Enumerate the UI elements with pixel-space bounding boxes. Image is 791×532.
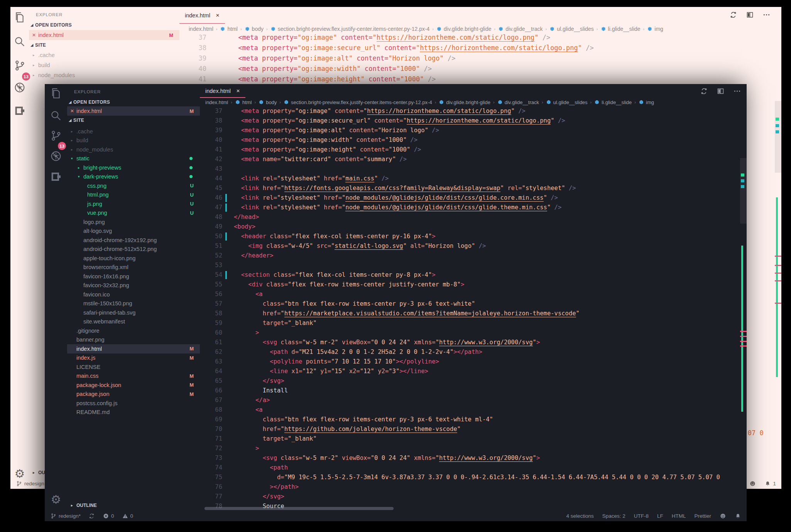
code-line-66[interactable]: 66 Install [200, 386, 747, 396]
code-line-62[interactable]: 62 <path d="M21 15v4a2 2 0 0 1-2 2H5a2 2… [200, 347, 747, 357]
tree-item-postcss-config-js[interactable]: postcss.config.js [67, 399, 200, 408]
status-item-html[interactable]: HTML [672, 513, 686, 519]
source-control-icon[interactable] [14, 59, 26, 72]
open-editor-item[interactable]: ✕ index.html M [29, 30, 179, 40]
extensions-icon[interactable] [50, 170, 62, 182]
tree-item-css-png[interactable]: css.pngU [67, 181, 200, 190]
tree-item-favicon-32x32-png[interactable]: favicon-32x32.png [67, 281, 200, 290]
tree-item-browserconfig-xml[interactable]: browserconfig.xml [67, 263, 200, 272]
breadcrumb-item[interactable]: div.glide__track [497, 99, 539, 105]
feedback-smiley-icon[interactable] [749, 480, 756, 487]
debug-icon[interactable] [14, 81, 26, 94]
breadcrumb-item[interactable]: div.glide.bright-glide [436, 26, 491, 32]
code-line-48[interactable]: 48</head> [200, 212, 747, 222]
tree-item-vue-png[interactable]: vue.pngU [67, 209, 200, 218]
notifications-bell-icon[interactable] [735, 513, 741, 519]
feedback-smiley-icon[interactable] [749, 480, 756, 487]
tree-item-favicon-16x16-png[interactable]: favicon-16x16.png [67, 272, 200, 281]
code-line-44[interactable]: 44 <link rel="stylesheet" href="main.css… [200, 174, 747, 184]
code-line-47[interactable]: 47 <link rel="stylesheet" href="node_mod… [200, 203, 747, 212]
breadcrumb-item[interactable]: li.glide__slide [594, 99, 632, 105]
close-icon[interactable]: ✕ [70, 108, 76, 114]
code-line-50[interactable]: 50 <header class="flex flex-col items-ce… [200, 232, 747, 241]
code-line-42[interactable]: 42 <meta name="twitter:card" content="su… [200, 155, 747, 164]
tab-close-icon[interactable]: ✕ [216, 13, 220, 18]
feedback-smiley-icon[interactable] [720, 513, 726, 519]
tree-item-android-chrome-192x192-png[interactable]: android-chrome-192x192.png [67, 236, 200, 245]
code-line-37[interactable]: 37 <meta property="og:image" content="ht… [200, 106, 747, 116]
notifications-bell-icon[interactable]: 1 [764, 480, 776, 487]
tree-item-node-modules[interactable]: ▸node_modules [67, 145, 200, 154]
code-line-58[interactable]: 58 href="https://marketplace.visualstudi… [200, 309, 747, 318]
tree-item-package-json[interactable]: package.jsonM [67, 390, 200, 399]
site-header[interactable]: ◢SITE [29, 40, 179, 50]
code-line-69[interactable]: 69 class="btn flex flex-row items-center… [200, 415, 747, 424]
notifications-bell-icon[interactable] [764, 480, 771, 487]
code-line-68[interactable]: 68 <a [200, 405, 747, 415]
code-line-70[interactable]: 70 href="https://github.com/jolaleye/hor… [200, 424, 747, 434]
tree-item-favicon-ico[interactable]: favicon.ico [67, 290, 200, 299]
error-icon[interactable] [103, 513, 109, 519]
tree-item--cache[interactable]: ▸.cache [67, 127, 200, 136]
code-line-60[interactable]: 60 > [200, 328, 747, 338]
code-line-73[interactable]: 73 <svg class="w-5 mr-2" viewBox="0 0 24… [200, 453, 747, 463]
code-line-54[interactable]: 54 <section class="flex flex-col items-c… [200, 270, 747, 280]
sync-icon[interactable] [729, 11, 737, 19]
open-editors-header[interactable]: ◢OPEN EDITORS [29, 20, 179, 30]
git-branch-icon[interactable]: redesign* [50, 513, 81, 519]
status-item-4-selections[interactable]: 4 selections [566, 513, 593, 519]
breadcrumb-item[interactable]: ul.glide__slides [546, 99, 588, 105]
git-branch-icon[interactable] [50, 513, 57, 519]
code-line-56[interactable]: 56 <a [200, 290, 747, 299]
tree-item-mstile-150x150-png[interactable]: mstile-150x150.png [67, 299, 200, 308]
code-line-38[interactable]: 38 <meta property="og:image:secure_url" … [179, 43, 781, 53]
minimap-slider[interactable] [740, 158, 747, 224]
tree-item-build[interactable]: ▸build [67, 136, 200, 145]
code-line-53[interactable]: 53 [200, 261, 747, 270]
code-line-49[interactable]: 49<body> [200, 222, 747, 232]
code-line-64[interactable]: 64 <line x1="12" y1="15" x2="12" y2="3">… [200, 367, 747, 376]
tree-item-main-css[interactable]: main.cssM [67, 372, 200, 381]
tree-item-alt-logo-svg[interactable]: alt-logo.svg [67, 227, 200, 236]
breadcrumb-item[interactable]: div.glide.bright-glide [439, 99, 490, 105]
minimap-slider[interactable] [775, 101, 781, 173]
code-line-77[interactable]: 77 </svg> [200, 492, 747, 502]
feedback-smiley-icon[interactable] [720, 513, 726, 519]
source-control-icon[interactable] [50, 130, 62, 142]
code-line-45[interactable]: 45 <link href="https://fonts.googleapis.… [200, 184, 747, 193]
status-item-prettier[interactable]: Prettier [694, 513, 711, 519]
chevron-down-icon[interactable]: ▾ [71, 157, 73, 160]
site-header[interactable]: ◢SITE [67, 116, 200, 125]
sync-icon[interactable] [88, 513, 95, 519]
search-icon[interactable] [14, 35, 26, 48]
tree-item-static[interactable]: ▾static [67, 154, 200, 163]
chevron-right-icon[interactable]: ▸ [71, 138, 73, 142]
code-line-39[interactable]: 39 <meta property="og:image:alt" content… [179, 53, 781, 64]
code-line-63[interactable]: 63 <polyline points="7 10 12 15 17 10"><… [200, 357, 747, 367]
code-line-43[interactable]: 43 [200, 164, 747, 174]
tab-index-html[interactable]: index.html ✕ [200, 84, 245, 98]
code-line-46[interactable]: 46 <link rel="stylesheet" href="node_mod… [200, 193, 747, 203]
chevron-right-icon[interactable]: ▸ [71, 130, 73, 133]
files-icon[interactable] [50, 87, 62, 99]
warning-icon[interactable] [122, 513, 128, 519]
chevron-right-icon[interactable]: ▸ [78, 166, 80, 170]
breadcrumb-item[interactable]: section.bright-preview.flex.justify-cent… [284, 99, 432, 105]
tab-close-icon[interactable]: ✕ [236, 88, 240, 94]
breadcrumb-item[interactable]: html [235, 99, 252, 105]
split-editor-icon[interactable] [746, 11, 754, 19]
search-icon[interactable] [50, 109, 62, 122]
tree-item-build[interactable]: ▸build [29, 60, 179, 70]
breadcrumb-item[interactable]: section.bright-preview.flex.justify-cent… [270, 26, 430, 32]
breadcrumb-item[interactable]: body [259, 99, 277, 105]
overview-ruler[interactable] [775, 7, 781, 489]
breadcrumb-item[interactable]: li.glide__slide [601, 26, 641, 32]
tree-item-dark-previews[interactable]: ▾dark-previews [67, 172, 200, 182]
code-line-57[interactable]: 57 class="btn flex flex-row items-center… [200, 299, 747, 309]
code-line-75[interactable]: 75 d="M9 19c-5 1.5-5-2.5-7-3m14 6v-3.87a… [200, 473, 747, 482]
settings-gear-icon[interactable]: ⚙ [51, 494, 61, 505]
horizontal-scrollbar[interactable] [205, 507, 394, 510]
tree-item-index-html[interactable]: index.htmlM [67, 344, 200, 354]
status-item-spaces-2[interactable]: Spaces: 2 [602, 513, 625, 519]
tree-item--cache[interactable]: ▸.cache [29, 50, 179, 60]
